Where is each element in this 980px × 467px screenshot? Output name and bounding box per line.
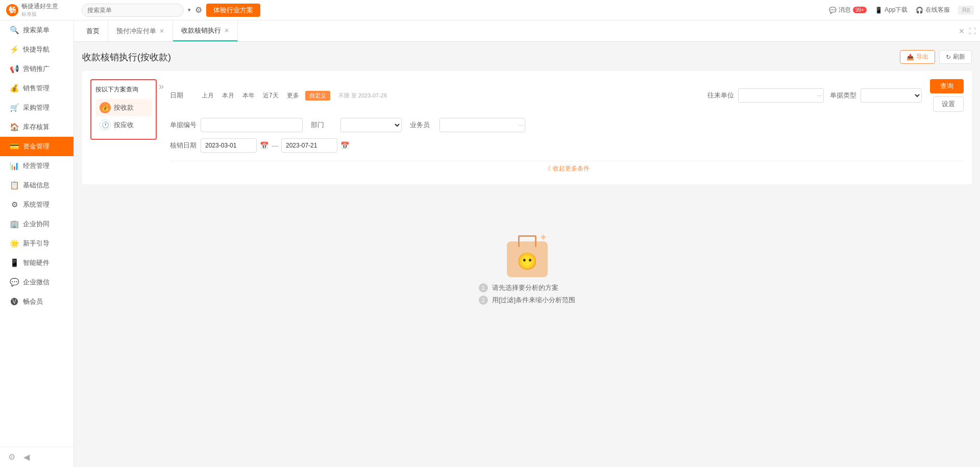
setting-button[interactable]: 设置 xyxy=(933,96,964,112)
app-icon: 📱 xyxy=(875,7,883,14)
export-button[interactable]: 📤 导出 xyxy=(900,50,935,64)
receivable-option-icon: 🕐 xyxy=(100,119,111,131)
sidebar-item-purchase[interactable]: 🛒 采购管理 xyxy=(0,98,74,117)
sidebar-item-manage[interactable]: 📊 经营管理 xyxy=(0,156,74,176)
filter-option-by-receivable[interactable]: 🕐 按应收 xyxy=(95,116,152,134)
receipt-option-icon: 💰 xyxy=(100,102,111,113)
wechat-icon: 💬 xyxy=(10,278,19,287)
sidebar-item-marketing[interactable]: 📢 营销推广 xyxy=(0,59,74,79)
dept-select[interactable] xyxy=(340,118,402,132)
refresh-button[interactable]: ↻ 刷新 xyxy=(939,50,972,64)
purchase-icon: 🛒 xyxy=(10,103,19,112)
page-actions: 📤 导出 ↻ 刷新 xyxy=(900,50,972,64)
filter-bill-type-field: 单据类型 xyxy=(830,88,922,103)
date-this-month[interactable]: 本月 xyxy=(220,90,236,101)
reconcile-date-start-icon[interactable]: 📅 xyxy=(260,141,268,150)
filter-option-by-receipt[interactable]: 💰 按收款 xyxy=(95,99,152,116)
query-actions: 查询 设置 xyxy=(930,79,964,112)
sidebar-item-sales[interactable]: 💰 销售管理 xyxy=(0,79,74,98)
manage-icon: 📊 xyxy=(10,161,19,170)
date-more[interactable]: 更多 xyxy=(285,90,301,101)
content-area: 首页 预付冲应付单 ✕ 收款核销执行 ✕ ✕ ⛶ 收款核销执行(按收款) xyxy=(74,20,980,467)
sidebar-item-member[interactable]: 🅥 畅会员 xyxy=(0,292,74,311)
counterpart-input[interactable] xyxy=(738,88,824,103)
message-button[interactable]: 💬 消息 99+ xyxy=(829,6,867,14)
filter-sidebar-title: 按以下方案查询 xyxy=(95,85,152,94)
message-badge: 99+ xyxy=(853,7,867,13)
collapse-icon: 《 xyxy=(545,164,551,173)
reconcile-date-end[interactable] xyxy=(281,138,337,153)
sidebar-settings-icon[interactable]: ⚙ xyxy=(8,452,15,462)
tab-bar-actions: ✕ ⛶ xyxy=(959,27,976,35)
reconcile-date-start[interactable] xyxy=(201,138,257,153)
filter-staff-field: 业务员 ··· xyxy=(410,118,523,132)
date-this-year[interactable]: 本年 xyxy=(240,90,257,101)
message-icon: 💬 xyxy=(829,7,837,14)
filter-collapse-icon[interactable]: » xyxy=(159,79,164,92)
finance-icon: 💳 xyxy=(10,142,19,151)
bill-no-label: 单据编号 xyxy=(170,120,197,130)
counterpart-dots: ··· xyxy=(817,92,822,99)
date-unlimit: 不限 至 2023-07-26 xyxy=(338,92,387,99)
sidebar-bottom: ⚙ ◀ xyxy=(0,447,74,467)
tab-prepay-close[interactable]: ✕ xyxy=(159,28,164,35)
tab-home[interactable]: 首页 xyxy=(78,20,108,41)
sidebar-item-inventory[interactable]: 🏠 库存核算 xyxy=(0,117,74,137)
solution-button[interactable]: 体验行业方案 xyxy=(206,4,260,17)
reconcile-date-group: 📅 — 📅 xyxy=(201,138,349,153)
sidebar-item-finance[interactable]: 💳 资金管理 xyxy=(0,137,74,156)
sidebar-item-system[interactable]: ⚙ 系统管理 xyxy=(0,195,74,214)
sidebar-item-base[interactable]: 📋 基础信息 xyxy=(0,176,74,195)
filter-dept-field: 部门 xyxy=(311,118,402,132)
tab-receipt-cancel[interactable]: 收款核销执行 ✕ xyxy=(173,20,238,41)
filter-counterpart-field: 往来单位 ··· xyxy=(707,88,822,103)
sidebar-item-wechat[interactable]: 💬 企业微信 xyxy=(0,273,74,292)
query-button[interactable]: 查询 xyxy=(930,79,964,93)
sidebar-item-hardware[interactable]: 📱 智能硬件 xyxy=(0,253,74,273)
staff-label: 业务员 xyxy=(410,120,435,130)
filter-row-3: 核销日期 📅 — 📅 xyxy=(170,138,964,153)
bill-type-select[interactable] xyxy=(861,88,922,103)
collapse-more-btn[interactable]: 《 收起更多条件 xyxy=(170,161,964,176)
sidebar-item-corp[interactable]: 🏢 企业协同 xyxy=(0,214,74,234)
gear-icon[interactable]: ⚙ xyxy=(195,5,202,15)
filter-sidebar: 按以下方案查询 💰 按收款 🕐 按应收 xyxy=(90,79,157,140)
reconcile-date-label: 核销日期 xyxy=(170,141,197,150)
sidebar-collapse-icon[interactable]: ◀ xyxy=(23,452,30,462)
staff-dots: ··· xyxy=(518,121,523,129)
corp-icon: 🏢 xyxy=(10,219,19,229)
top-search-input[interactable] xyxy=(82,4,184,17)
filter-bill-no-field: 单据编号 xyxy=(170,118,303,132)
bill-type-label: 单据类型 xyxy=(830,91,856,100)
filter-form: 日期 上月 本月 本年 近7天 更多 自定义 不限 至 2023-0 xyxy=(170,79,964,176)
tab-close-all-icon[interactable]: ✕ xyxy=(959,27,965,35)
date-7days[interactable]: 近7天 xyxy=(261,90,281,101)
logo-icon: 畅 xyxy=(6,4,18,16)
app-download-button[interactable]: 📱 App下载 xyxy=(875,6,908,14)
service-button[interactable]: 🎧 在线客服 xyxy=(916,6,950,14)
dropdown-icon[interactable]: ▾ xyxy=(188,7,191,13)
export-icon: 📤 xyxy=(906,54,914,61)
user-display[interactable]: Rit xyxy=(958,6,974,15)
sidebar-item-guide[interactable]: 🌟 新手引导 xyxy=(0,234,74,253)
sidebar-item-search[interactable]: 🔍 搜索菜单 xyxy=(0,20,74,40)
filter-row-2: 单据编号 部门 业务员 ··· xyxy=(170,118,964,132)
date-custom-tag[interactable]: 自定义 xyxy=(305,91,330,101)
sidebar-item-quick[interactable]: ⚡ 快捷导航 xyxy=(0,40,74,59)
filter-panel: 按以下方案查询 💰 按收款 🕐 按应收 » xyxy=(82,71,972,184)
hint-num-2: 2 xyxy=(479,296,488,305)
date-sep: — xyxy=(272,142,278,150)
tab-prepay[interactable]: 预付冲应付单 ✕ xyxy=(108,20,173,41)
tab-expand-icon[interactable]: ⛶ xyxy=(969,27,976,35)
bill-no-input[interactable] xyxy=(201,118,303,132)
filter-reconcile-date-field: 核销日期 📅 — 📅 xyxy=(170,138,349,153)
staff-input[interactable] xyxy=(439,118,525,132)
reconcile-date-end-icon[interactable]: 📅 xyxy=(340,141,349,150)
counterpart-label: 往来单位 xyxy=(707,91,734,100)
page-header: 收款核销执行(按收款) 📤 导出 ↻ 刷新 xyxy=(82,50,972,64)
date-label: 日期 xyxy=(170,91,195,100)
filter-date-field: 日期 上月 本月 本年 近7天 更多 自定义 xyxy=(170,90,330,101)
date-last-month[interactable]: 上月 xyxy=(200,90,216,101)
tab-receipt-cancel-close[interactable]: ✕ xyxy=(224,27,229,34)
top-bar: 畅 畅捷通好生意 标准版 ▾ ⚙ 体验行业方案 💬 消息 99+ 📱 App下载… xyxy=(0,0,980,20)
